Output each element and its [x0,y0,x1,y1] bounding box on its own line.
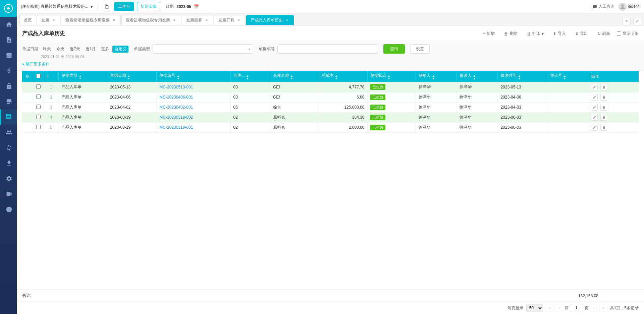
sidebar-item-version[interactable] [0,202,17,217]
refresh-button[interactable]: ↻ 刷新 [595,29,613,38]
shortcut-1month[interactable]: 近1月 [84,46,98,53]
sidebar-item-document[interactable] [0,32,17,48]
sidebar-item-chart[interactable] [0,48,17,63]
copy-button[interactable] [102,2,111,11]
new-button[interactable]: + 新增 [480,29,497,38]
tab-product-inbound[interactable]: 产成品入库单历史 × [246,15,294,25]
col-modify-time-header[interactable]: 修改时间▲▼ [498,71,547,82]
switch-version-button[interactable]: 切到旧版 [137,2,160,11]
col-type-header[interactable]: 单据类型▲▼ [59,71,107,82]
last-page-button[interactable]: » [599,304,607,312]
col-checkbox-header[interactable] [33,71,44,82]
row-number[interactable]: MC-20230406-001 [157,92,230,102]
sidebar-item-shop[interactable] [0,94,17,109]
row-edit-button[interactable] [591,84,598,90]
sidebar-item-settings[interactable] [0,171,17,186]
col-date-header[interactable]: 单据日期▲▼ [107,71,156,82]
prev-page-button[interactable]: ‹ [555,304,563,312]
tab-maximize-button[interactable]: ⤢ [633,17,641,25]
row-edit-button[interactable] [591,114,598,121]
row-edit-button[interactable] [591,104,598,111]
query-button[interactable]: 查询 [383,44,405,54]
next-page-button[interactable]: › [590,304,598,312]
row-number-link[interactable]: MC-20230319-002 [159,115,193,120]
page-number-input[interactable] [570,304,583,312]
tab-invoice-calc-close[interactable]: × [204,18,209,23]
user-info[interactable]: 徐泽华 [619,3,640,11]
tab-invoice[interactable]: 发票 × [37,15,60,25]
row-edit-button[interactable] [591,94,598,101]
row-edit-button[interactable] [591,124,598,131]
print-button[interactable]: 🖨 打印 ▾ [524,29,546,38]
row-number-link[interactable]: MC-20230402-001 [159,105,193,110]
col-settings-header[interactable]: ⚙ [22,71,33,82]
row-number[interactable]: MC-20230513-001 [157,82,230,92]
service-button[interactable]: 人工咨询 [592,4,614,9]
row-checkbox-cell[interactable] [33,112,44,122]
sidebar-item-lock[interactable] [0,78,17,94]
row-checkbox-3[interactable] [36,115,41,119]
calendar-icon[interactable]: 📅 [194,4,199,9]
row-delete-button[interactable] [600,104,607,111]
tab-purchase-invoice-close[interactable]: × [172,18,177,23]
col-creator-header[interactable]: 制单人▲▼ [416,71,457,82]
col-status-header[interactable]: 单据状态▲▼ [367,71,416,82]
sidebar-item-video[interactable] [0,186,17,202]
sidebar-item-inventory[interactable] [0,109,17,125]
sidebar-item-sync[interactable] [0,140,17,155]
row-checkbox-2[interactable] [36,105,41,109]
tab-invoice-issue[interactable]: 发票开具 × [214,15,246,25]
first-page-button[interactable]: « [546,304,554,312]
delete-button[interactable]: 🗑 删除 [501,29,520,38]
col-cost-header[interactable]: 总成本▲▼ [319,71,367,82]
row-checkbox-cell[interactable] [33,92,44,102]
tab-product-inbound-close[interactable]: × [285,18,289,23]
tab-close-all-button[interactable]: × [623,17,631,25]
row-checkbox-0[interactable] [36,84,41,89]
page-size-select[interactable]: 10 20 50 100 [526,304,543,312]
row-checkbox-4[interactable] [36,125,41,129]
tab-invoice-issue-close[interactable]: × [236,18,241,23]
row-checkbox-cell[interactable] [33,82,44,92]
row-number[interactable]: MC-20230402-001 [157,102,230,112]
export-button[interactable]: ⬇ 导出 [573,29,591,38]
tab-sales-invoice[interactable]: 查看销项增值税专用发票 × [61,15,121,25]
row-delete-button[interactable] [600,124,607,131]
import-button[interactable]: ⬆ 导入 [550,29,569,38]
row-checkbox-1[interactable] [36,95,41,99]
shortcut-custom[interactable]: 自定义 [112,46,128,53]
shortcut-more[interactable]: 更多 [99,46,111,53]
col-modifier-header[interactable]: 修改人▲▼ [457,71,498,82]
row-checkbox-cell[interactable] [33,122,44,132]
row-checkbox-cell[interactable] [33,102,44,112]
row-number-link[interactable]: MC-20230406-001 [159,95,193,100]
select-all-checkbox[interactable] [36,74,41,78]
tab-invoice-close[interactable]: × [51,18,56,23]
row-number-link[interactable]: MC-20230319-001 [159,125,193,130]
tab-home[interactable]: 首页 [19,15,36,25]
col-voucher-header[interactable]: 凭证号▲▼ [547,71,588,82]
tab-purchase-invoice[interactable]: 查看进项增值税专用发票 × [121,15,181,25]
sidebar-item-home[interactable] [0,17,17,32]
number-filter-input[interactable] [277,44,378,54]
tab-sales-invoice-close[interactable]: × [112,18,116,23]
shortcut-7days[interactable]: 近7天 [68,46,82,53]
workbench-button[interactable]: 工作台 [114,2,134,11]
shortcut-yesterday[interactable]: 昨天 [41,46,53,53]
sidebar-item-download[interactable] [0,155,17,171]
show-details-checkbox[interactable] [617,32,621,36]
show-details-checkbox-group[interactable]: 显示明细 [617,31,639,37]
col-warehouse-name-header[interactable]: 仓库名称▲▼ [270,71,319,82]
row-number[interactable]: MC-20230319-002 [157,112,230,122]
row-delete-button[interactable] [600,94,607,101]
sidebar-item-money[interactable] [0,63,17,78]
row-number[interactable]: MC-20230319-001 [157,122,230,132]
company-selector[interactable]: (库存核算) 直播轻娱通信息技术股份... ▼ [21,4,94,9]
col-number-header[interactable]: 单据编号▲▼ [157,71,230,82]
tab-invoice-calc[interactable]: 发票测算 × [182,15,213,25]
sidebar-item-people[interactable] [0,125,17,140]
row-number-link[interactable]: MC-20230513-001 [159,85,193,89]
row-delete-button[interactable] [600,84,607,90]
filter-settings-button[interactable]: 设置 [410,44,430,54]
expand-more-button[interactable]: ▾ 展开更多条件 [22,61,639,67]
